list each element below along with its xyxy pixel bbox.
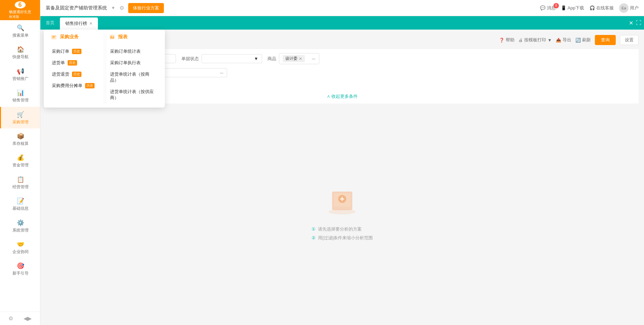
dropdown-item-incoming[interactable]: 进货单 历史 [50, 57, 100, 69]
dropdown-item-expense[interactable]: 采购费用分摊单 历史 [50, 80, 100, 91]
query-btn[interactable]: 查询 [595, 35, 616, 45]
message-item[interactable]: 💬 消息 8 [540, 5, 556, 11]
goods-select[interactable]: 设计委 ✕ ··· [279, 53, 319, 64]
top-bar: 装备及固定资产辅助管理系统 ▼ ⚙ 体验行业方案 💬 消息 8 📱 App下载 … [40, 0, 644, 16]
sidebar-item-marketing[interactable]: 📢 营销推广 [0, 64, 40, 85]
export-icon: 📤 [556, 38, 561, 43]
dropdown-item-report-1[interactable]: 采购订单执行表 [109, 57, 158, 69]
user-item[interactable]: Ea 用户 [619, 3, 639, 13]
tab-bar-expand-icon[interactable]: ⛶ [636, 20, 641, 26]
settings-gear-icon[interactable]: ⚙ [119, 5, 124, 11]
industry-btn[interactable]: 体验行业方案 [128, 3, 164, 13]
salesperson-more-icon: ··· [220, 70, 223, 75]
collapse-icon: ∧ [327, 94, 330, 99]
history-badge-2: 历史 [72, 72, 81, 77]
tab-home[interactable]: 首页 [40, 16, 60, 30]
refresh-btn[interactable]: 🔄 刷新 [575, 37, 591, 43]
empty-illustration [322, 185, 362, 219]
system-title: 装备及固定资产辅助管理系统 [46, 5, 107, 11]
history-badge-0: 历史 [72, 49, 81, 54]
dropdown-menu: 采购业务 采购订单 历史 进货单 历史 进货退货 历史 采购费用分摊单 历史 [44, 30, 165, 108]
dropdown-item-report-0[interactable]: 采购订单统计表 [109, 46, 158, 57]
sales-icon: 📊 [17, 89, 24, 96]
sidebar-item-operation[interactable]: 📋 经营管理 [0, 172, 40, 193]
top-bar-left: 装备及固定资产辅助管理系统 ▼ ⚙ 体验行业方案 [46, 3, 164, 13]
empty-tip-2: ② 用[过滤]条件来缩小分析范围 [312, 234, 373, 242]
empty-tips: ① 请先选择要分析的方案 ② 用[过滤]条件来缩小分析范围 [312, 225, 373, 242]
status-select[interactable]: ▼ [202, 54, 262, 63]
app-logo: 6 畅捷通好生意 标准版 [0, 0, 40, 20]
goods-tag-close[interactable]: ✕ [299, 56, 302, 61]
finance-icon: 💰 [17, 154, 24, 161]
dropdown-item-report-2[interactable]: 进货单统计表（按商品） [109, 69, 158, 86]
goods-more-icon: ··· [312, 56, 316, 61]
basic-info-icon: 📝 [17, 197, 24, 205]
dropdown-arrow-icon[interactable]: ▼ [111, 5, 115, 10]
help-btn[interactable]: ❓ 帮助 [499, 37, 514, 43]
dropdown-report-col: 报表 采购订单统计表 采购订单执行表 进货单统计表（按商品） 进货单统计表（按供… [106, 34, 161, 104]
print-btn[interactable]: 🖨 按模板打印 ▼ [518, 37, 552, 43]
empty-state: ① 请先选择要分析的方案 ② 用[过滤]条件来缩小分析范围 [46, 108, 639, 320]
export-btn[interactable]: 📤 导出 [556, 37, 571, 43]
tab-close-icon[interactable]: ✕ [89, 21, 93, 26]
tab-home-label: 首页 [46, 20, 55, 26]
tab-sales-rank[interactable]: 销售排行榜 ✕ [60, 17, 98, 30]
tab-bar-close-icon[interactable]: ✕ [629, 20, 633, 26]
sidebar-nav: 🔍 搜索菜单 🏠 快捷导航 📢 营销推广 📊 销售管理 🛒 采购管理 📦 [0, 20, 40, 312]
dropdown-item-purchase-order[interactable]: 采购订单 历史 [50, 46, 100, 57]
status-label: 单据状态 [181, 56, 199, 62]
app-download-label: App下载 [568, 5, 584, 11]
sidebar-item-inventory[interactable]: 📦 库存核算 [0, 128, 40, 150]
sidebar-item-search[interactable]: 🔍 搜索菜单 [0, 20, 40, 42]
dropdown-purchase-title: 采购业务 [50, 34, 100, 42]
sidebar-item-finance[interactable]: 💰 资金管理 [0, 150, 40, 171]
logo-icon: 6 [15, 1, 26, 8]
collapse-sidebar-btn[interactable]: ◀▶ [24, 315, 32, 322]
sidebar-item-system[interactable]: ⚙️ 系统管理 [0, 215, 40, 237]
tab-sales-rank-label: 销售排行榜 [65, 21, 87, 27]
dropdown-purchase-col: 采购业务 采购订单 历史 进货单 历史 进货退货 历史 采购费用分摊单 历史 [48, 34, 103, 104]
online-service-label: 在线客服 [596, 5, 614, 11]
print-icon: 🖨 [518, 38, 523, 43]
dropdown-item-report-3[interactable]: 进货单统计表（按供应商） [109, 86, 158, 104]
salesperson-select[interactable]: ··· [160, 68, 227, 77]
sidebar-footer: ⚙ ◀▶ [0, 312, 40, 325]
avatar: Ea [619, 3, 629, 13]
sidebar-item-enterprise[interactable]: 🤝 企业协同 [0, 237, 40, 258]
report-col-icon [109, 34, 115, 40]
svg-rect-6 [51, 35, 57, 39]
dropdown-report-title: 报表 [109, 34, 158, 42]
settings-btn[interactable]: 设置 [620, 35, 639, 45]
marketing-icon: 📢 [17, 68, 24, 75]
sidebar-item-quick-nav[interactable]: 🏠 快捷导航 [0, 42, 40, 63]
dropdown-item-return[interactable]: 进货退货 历史 [50, 69, 100, 80]
tab-bar: 首页 销售排行榜 ✕ ✕ ⛶ [40, 16, 644, 30]
status-filter: 单据状态 ▼ [181, 54, 262, 63]
history-badge-3: 历史 [85, 83, 95, 88]
settings-bottom-btn[interactable]: ⚙ [8, 315, 13, 322]
sidebar-item-basic-info[interactable]: 📝 基础信息 [0, 193, 40, 215]
message-badge: 8 [553, 3, 559, 8]
app-download-item[interactable]: 📱 App下载 [561, 5, 584, 11]
guide-icon: 🎯 [17, 262, 24, 270]
home-icon: 🏠 [17, 46, 24, 53]
headset-icon: 🎧 [589, 5, 595, 10]
refresh-icon: 🔄 [575, 38, 581, 43]
message-icon: 💬 [540, 5, 545, 10]
history-badge-1: 历史 [68, 60, 77, 66]
goods-tag: 设计委 ✕ [283, 55, 305, 62]
sidebar-item-sales[interactable]: 📊 销售管理 [0, 85, 40, 107]
online-service-item[interactable]: 🎧 在线客服 [589, 5, 614, 11]
search-icon: 🔍 [17, 24, 24, 32]
dropdown-columns: 采购业务 采购订单 历史 进货单 历史 进货退货 历史 采购费用分摊单 历史 [48, 34, 161, 104]
logo-text: 畅捷通好生意 标准版 [9, 9, 31, 19]
user-label: 用户 [630, 5, 639, 11]
sidebar-item-purchase[interactable]: 🛒 采购管理 [0, 107, 40, 128]
empty-svg [322, 185, 362, 218]
goods-filter: 商品 设计委 ✕ ··· [267, 53, 319, 64]
purchase-icon: 🛒 [17, 111, 24, 118]
inventory-icon: 📦 [17, 132, 24, 140]
phone-icon: 📱 [561, 5, 566, 10]
print-dropdown-icon: ▼ [547, 38, 552, 43]
sidebar-item-guide[interactable]: 🎯 新手引导 [0, 258, 40, 280]
